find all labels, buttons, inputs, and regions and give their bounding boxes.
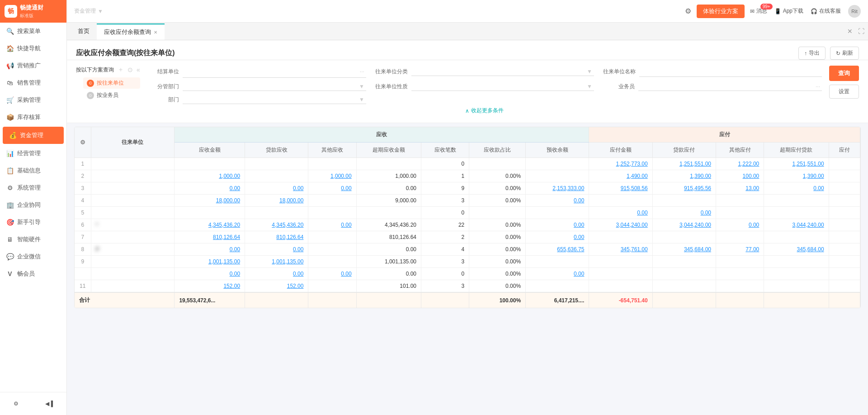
table-cell[interactable]: 810,126.64 (175, 231, 245, 243)
sidebar-item-operations[interactable]: 📊 经营管理 (0, 145, 66, 162)
salesperson-dots-icon[interactable]: ··· (816, 83, 820, 90)
table-cell[interactable]: 0.00 (175, 243, 245, 256)
cell-link[interactable]: 4,345,436.20 (272, 222, 303, 228)
cell-link[interactable]: 1,000.00 (219, 173, 240, 179)
cell-link[interactable]: 1,390.00 (690, 173, 711, 179)
cell-link[interactable]: 0.00 (637, 210, 647, 216)
sidebar-item-enterprise[interactable]: 🏢 企业协同 (0, 196, 66, 214)
table-cell[interactable]: 3,044,240.00 (764, 219, 829, 231)
table-cell[interactable]: 0.00 (308, 268, 356, 280)
add-scheme-btn[interactable]: ＋ (118, 66, 124, 74)
table-cell[interactable]: 4,345,436.20 (175, 219, 245, 231)
table-cell[interactable]: 0.00 (245, 268, 308, 280)
sidebar-settings-btn[interactable]: ⚙ (9, 398, 23, 410)
table-cell[interactable]: 1,001,135.00 (245, 256, 308, 268)
table-cell[interactable] (652, 231, 716, 243)
table-cell[interactable]: 345,684.00 (652, 243, 716, 256)
table-cell[interactable]: 0.00 (175, 182, 245, 195)
cell-link[interactable]: 0.00 (341, 271, 351, 277)
cell-link[interactable]: 915,508.56 (621, 185, 648, 191)
table-cell[interactable]: 1,390.00 (764, 170, 829, 182)
table-cell[interactable]: 77.00 (716, 243, 764, 256)
cell-link[interactable]: 655,636.75 (557, 246, 584, 253)
cell-link[interactable]: 0.00 (230, 246, 240, 253)
table-cell[interactable] (175, 207, 245, 219)
cell-link[interactable]: 0.00 (574, 222, 584, 228)
partner-name-input[interactable] (639, 67, 822, 77)
query-button[interactable]: 查询 (829, 66, 859, 81)
cell-link[interactable]: 100.00 (743, 173, 760, 179)
cell-link[interactable]: 152.00 (287, 283, 304, 289)
table-cell[interactable] (652, 280, 716, 293)
table-cell[interactable]: 152.00 (245, 280, 308, 293)
settlement-input[interactable] (184, 67, 360, 76)
cell-link[interactable]: 0.00 (293, 246, 303, 253)
sidebar-item-system[interactable]: ⚙ 系统管理 (0, 179, 66, 196)
user-avatar[interactable]: Rit (848, 5, 861, 18)
sidebar-item-purchase[interactable]: 🛒 采购管理 (0, 91, 66, 109)
table-cell[interactable] (526, 280, 589, 293)
table-cell[interactable]: 915,495.56 (652, 182, 716, 195)
table-cell[interactable] (308, 158, 356, 170)
table-cell[interactable]: 152.00 (175, 280, 245, 293)
cell-link[interactable]: 810,126.64 (213, 234, 240, 240)
table-cell[interactable] (589, 280, 652, 293)
table-cell[interactable] (716, 256, 764, 268)
table-cell[interactable] (526, 256, 589, 268)
cell-link[interactable]: 0.00 (701, 210, 711, 216)
sidebar-item-member[interactable]: V 畅会员 (0, 265, 66, 282)
cell-link[interactable]: 345,684.00 (797, 246, 824, 253)
table-cell[interactable]: 1,490.00 (589, 170, 652, 182)
cell-link[interactable]: 3,044,240.00 (616, 222, 648, 228)
partner-category-chevron-icon[interactable]: ▼ (587, 68, 592, 75)
sidebar-item-smart-hw[interactable]: 🖥 智能硬件 (0, 231, 66, 248)
table-cell[interactable]: 0.00 (589, 207, 652, 219)
table-cell[interactable]: 3,044,240.00 (589, 219, 652, 231)
table-cell[interactable] (308, 195, 356, 207)
table-cell[interactable] (245, 170, 308, 182)
table-cell[interactable]: 0.00 (526, 195, 589, 207)
table-cell[interactable] (308, 207, 356, 219)
table-cell[interactable]: 0.00 (526, 219, 589, 231)
cell-link[interactable]: 0.00 (341, 222, 351, 228)
cell-link[interactable]: 0.00 (574, 197, 584, 204)
table-cell[interactable]: 0.00 (175, 268, 245, 280)
table-cell[interactable] (764, 207, 829, 219)
export-button[interactable]: ↑ 导出 (798, 47, 826, 60)
promo-button[interactable]: 体验行业方案 (697, 5, 745, 18)
cell-link[interactable]: 1,001,135.00 (208, 258, 240, 265)
cell-link[interactable]: 0.00 (574, 234, 584, 240)
cell-link[interactable]: 4,345,436.20 (208, 222, 240, 228)
sidebar-item-wechat[interactable]: 💬 企业微信 (0, 248, 66, 265)
cell-link[interactable]: 1,251,551.00 (679, 161, 711, 167)
table-cell[interactable] (716, 268, 764, 280)
cell-link[interactable]: 1,222.00 (738, 161, 760, 167)
tab-home[interactable]: 首页 (71, 24, 97, 39)
table-cell[interactable] (308, 280, 356, 293)
sidebar-item-search-menu[interactable]: 🔍 搜索菜单 (0, 23, 66, 40)
dept-chevron-icon[interactable]: ▼ (359, 83, 364, 90)
edit-scheme-btn[interactable]: ⊙ (127, 66, 133, 73)
table-cell[interactable]: 13.00 (716, 182, 764, 195)
department-chevron-icon[interactable]: ▼ (359, 96, 364, 103)
tab-close-window-icon[interactable]: ✕ (847, 28, 853, 35)
table-cell[interactable]: 1,252,773.00 (589, 158, 652, 170)
settlement-dots-icon[interactable]: ··· (360, 68, 364, 75)
table-cell[interactable] (589, 256, 652, 268)
table-cell[interactable] (526, 170, 589, 182)
table-cell[interactable] (716, 231, 764, 243)
table-cell[interactable]: 2,153,333.00 (526, 182, 589, 195)
table-cell[interactable]: 0.00 (652, 207, 716, 219)
cell-link[interactable]: 77.00 (745, 246, 759, 253)
sidebar-item-basic-info[interactable]: 📋 基础信息 (0, 162, 66, 179)
cell-link[interactable]: 1,251,551.00 (793, 161, 824, 167)
sidebar-item-inventory[interactable]: 📦 库存核算 (0, 109, 66, 126)
collapse-scheme-btn[interactable]: « (137, 66, 140, 73)
app-download-button[interactable]: 📱 App下载 (774, 7, 803, 15)
table-cell[interactable] (764, 195, 829, 207)
table-cell[interactable]: 810,126.64 (245, 231, 308, 243)
collapse-more-conditions[interactable]: ∧ 收起更多条件 (147, 104, 822, 117)
sidebar-item-guide[interactable]: 🎯 新手引导 (0, 214, 66, 231)
table-cell[interactable]: 100.00 (716, 170, 764, 182)
table-cell[interactable]: 1,251,551.00 (652, 158, 716, 170)
